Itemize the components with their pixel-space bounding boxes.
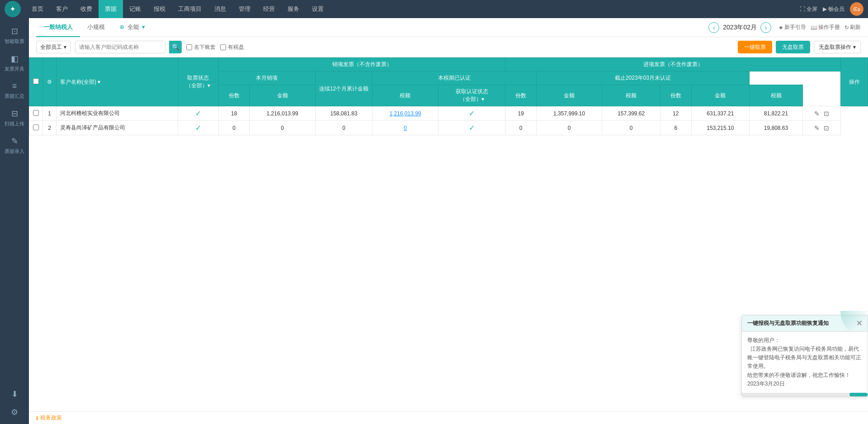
action-cell: ✎ ⊡ bbox=[802, 106, 840, 121]
manual-button[interactable]: 📖 操作手册 bbox=[811, 24, 840, 31]
cumulative-cell: 1,216,013.99 bbox=[373, 106, 438, 121]
all-capability-icon: ⊕ bbox=[119, 24, 124, 30]
sales-tax-cell: 0 bbox=[315, 121, 372, 135]
cert-tax-cell: 157,399.62 bbox=[602, 106, 660, 121]
sidebar: ⊡ 智能取票 ◧ 发票开具 ≡ 票据汇总 ⊟ 扫描上传 ✎ 票据录入 ⬇ ⚙ bbox=[0, 18, 29, 424]
view-icon[interactable]: ⊡ bbox=[824, 124, 829, 132]
invoice-summary-icon: ≡ bbox=[12, 81, 17, 91]
uncert-tax-cell: 81,822.21 bbox=[750, 106, 803, 121]
cert-status-header: 获取认证状态（全部）▾ bbox=[438, 85, 505, 106]
uncert-count-header: 份数 bbox=[660, 85, 691, 106]
settings-icon[interactable]: ⚙ bbox=[7, 405, 22, 419]
nav-accounting[interactable]: 记账 bbox=[123, 0, 147, 18]
row-checkbox[interactable] bbox=[29, 121, 43, 135]
nav-home[interactable]: 首页 bbox=[25, 0, 50, 18]
cert-status-cell: ✓ bbox=[438, 106, 505, 121]
nav-message[interactable]: 消息 bbox=[208, 0, 232, 18]
checkbox-has-tax-disk[interactable]: 有税盘 bbox=[220, 43, 244, 51]
date-navigation: ‹ 2023年02月 › bbox=[708, 22, 771, 33]
notification-header: 一键报税与无盘取票功能恢复通知 ✕ bbox=[742, 315, 868, 332]
cert-count-cell: 19 bbox=[505, 106, 536, 121]
nav-fee[interactable]: 收费 bbox=[74, 0, 99, 18]
new-guide-button[interactable]: ★ 新手引导 bbox=[778, 24, 806, 31]
row-checkbox[interactable] bbox=[29, 106, 43, 121]
row-index: 2 bbox=[43, 121, 57, 135]
edit-icon[interactable]: ✎ bbox=[814, 124, 820, 132]
sales-tax-header: 税额 bbox=[373, 85, 438, 106]
fullscreen-button[interactable]: ⛶ 全屏 bbox=[800, 5, 817, 13]
table-row: 2 灵寿县尚泽矿产品有限公司 ✓ 0 0 0 0 ✓ 0 0 0 6 153,2… bbox=[29, 121, 868, 135]
cert-tax-cell: 0 bbox=[602, 121, 660, 135]
next-month-button[interactable]: › bbox=[760, 22, 771, 33]
sidebar-item-smart-fetch[interactable]: ⊡ 智能取票 bbox=[2, 23, 27, 48]
tab-small-scale[interactable]: 小规模 bbox=[80, 18, 112, 37]
invoice-open-icon: ◧ bbox=[11, 54, 19, 64]
sales-amount-cell: 0 bbox=[250, 121, 315, 135]
refresh-button[interactable]: ↻ 刷新 bbox=[844, 24, 861, 31]
sidebar-item-invoice-open[interactable]: ◧ 发票开具 bbox=[2, 50, 27, 76]
row-index: 1 bbox=[43, 106, 57, 121]
sidebar-item-invoice-summary[interactable]: ≡ 票据汇总 bbox=[2, 78, 27, 103]
download-icon[interactable]: ⬇ bbox=[7, 387, 22, 401]
checkbox-all-header[interactable] bbox=[29, 58, 43, 106]
notification-scrollbar[interactable] bbox=[742, 393, 868, 396]
sidebar-item-invoice-entry[interactable]: ✎ 票据录入 bbox=[2, 133, 27, 158]
nav-customer[interactable]: 客户 bbox=[50, 0, 74, 18]
tab-more-icon[interactable]: ▾ bbox=[142, 24, 145, 30]
uncert-amount-cell: 631,337.21 bbox=[691, 106, 750, 121]
employee-select-arrow-icon: ▾ bbox=[64, 44, 66, 50]
certified-period-subheader: 本税期已认证 bbox=[373, 71, 537, 85]
vip-button[interactable]: ▶ 畅会员 bbox=[823, 5, 844, 13]
tax-policy-link[interactable]: 税务政策 bbox=[40, 414, 62, 422]
uncert-amount-cell: 153,215.10 bbox=[691, 121, 750, 135]
nav-invoice[interactable]: 票据 bbox=[99, 0, 123, 18]
input-invoice-group-header: 进项发票（不含作废票） bbox=[505, 58, 841, 71]
notification-scrollbar-thumb bbox=[849, 393, 868, 396]
cert-count-header: 份数 bbox=[505, 85, 536, 106]
no-disk-more-icon: ▾ bbox=[853, 44, 856, 50]
app-logo: ✦ bbox=[5, 1, 21, 17]
fetch-status-header: 取票状态（全部）▾ bbox=[178, 58, 218, 106]
bottom-status-bar: ℹ 税务政策 bbox=[29, 411, 868, 424]
sales-count-cell: 0 bbox=[218, 121, 249, 135]
scan-upload-icon: ⊟ bbox=[11, 109, 18, 119]
search-input[interactable] bbox=[79, 44, 151, 50]
notification-close-button[interactable]: ✕ bbox=[856, 319, 862, 328]
avatar[interactable]: tEa bbox=[850, 2, 863, 16]
nav-service[interactable]: 服务 bbox=[281, 0, 306, 18]
nav-manage[interactable]: 管理 bbox=[232, 0, 257, 18]
nav-business[interactable]: 工商项目 bbox=[172, 0, 208, 18]
search-button[interactable]: 🔍 bbox=[169, 41, 182, 53]
one-key-fetch-button[interactable]: 一键取票 bbox=[738, 41, 772, 53]
customer-name-cell: 灵寿县尚泽矿产品有限公司 bbox=[57, 121, 178, 135]
notification-panel: 一键报税与无盘取票功能恢复通知 ✕ 尊敬的用户： 江苏政务网已恢复访问电子税务局… bbox=[741, 315, 868, 397]
nav-settings[interactable]: 设置 bbox=[306, 0, 330, 18]
tab-all-capability[interactable]: ⊕ 全能 ▾ bbox=[112, 18, 152, 37]
current-date: 2023年02月 bbox=[723, 24, 757, 32]
monthly-sales-subheader: 本月销项 bbox=[218, 71, 315, 85]
tab-general-taxpayer[interactable]: 一般纳税人 bbox=[36, 18, 80, 37]
nav-tax[interactable]: 报税 bbox=[147, 0, 172, 18]
select-all-checkbox[interactable] bbox=[33, 78, 39, 84]
cert-status-cell: ✓ bbox=[438, 121, 505, 135]
no-disk-fetch-button[interactable]: 无盘取票 bbox=[776, 41, 810, 53]
edit-icon[interactable]: ✎ bbox=[814, 110, 820, 117]
cert-amount-cell: 1,357,999.10 bbox=[536, 106, 602, 121]
sales-amount-header: 金额 bbox=[250, 85, 315, 106]
sales-invoice-group-header: 销项发票（不含作废票） bbox=[218, 58, 505, 71]
action-cell: ✎ ⊡ bbox=[802, 121, 840, 135]
employee-select[interactable]: 全部员工 ▾ bbox=[36, 41, 71, 53]
invoice-entry-icon: ✎ bbox=[11, 136, 18, 146]
customer-name-header: 客户名称(全部) ▾ bbox=[57, 58, 178, 106]
sidebar-item-scan-upload[interactable]: ⊟ 扫描上传 bbox=[2, 105, 27, 131]
nav-operate[interactable]: 经营 bbox=[257, 0, 281, 18]
view-icon[interactable]: ⊡ bbox=[824, 110, 829, 117]
uncert-count-cell: 12 bbox=[660, 106, 691, 121]
tab-right-actions: ★ 新手引导 📖 操作手册 ↻ 刷新 bbox=[778, 24, 861, 31]
invoice-table: ⚙ 客户名称(全部) ▾ 取票状态（全部）▾ 销项发票（不含作废票） 进项发票（… bbox=[29, 57, 868, 135]
customer-name-cell: 河北柯橹桢实业有限公司 bbox=[57, 106, 178, 121]
checkbox-own-accounts[interactable]: 名下账套 bbox=[186, 43, 216, 51]
prev-month-button[interactable]: ‹ bbox=[708, 22, 719, 33]
no-disk-actions-button[interactable]: 无盘取票操作 ▾ bbox=[814, 41, 861, 53]
main-layout: ⊡ 智能取票 ◧ 发票开具 ≡ 票据汇总 ⊟ 扫描上传 ✎ 票据录入 ⬇ ⚙ 一… bbox=[0, 18, 868, 424]
